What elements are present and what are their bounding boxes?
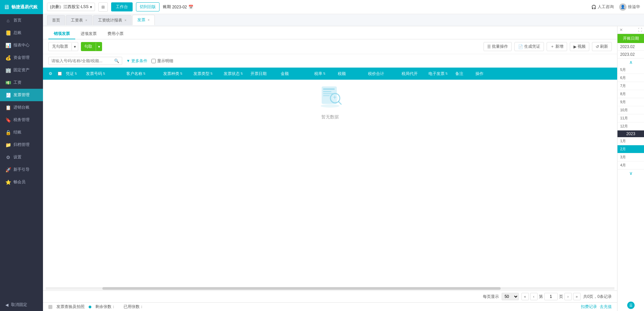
date-item-2023-02-1[interactable]: 2023.02 (617, 43, 644, 51)
th-customer-sort-icon[interactable]: ⇅ (143, 72, 146, 75)
month-item-pre-6[interactable]: 11月 (617, 114, 644, 122)
month-item-post-1[interactable]: 2月 (617, 145, 644, 153)
more-filters-button[interactable]: ▼ 更多条件 (126, 58, 147, 64)
month-item-pre-0[interactable]: 5月 (617, 66, 644, 74)
company-settings-icon[interactable]: ⊞ (98, 2, 108, 12)
user-area[interactable]: 👤 徐溢华 (619, 3, 640, 11)
th-tax-rate-sort-icon[interactable]: ⇅ (323, 72, 326, 75)
no-deduct-dropdown[interactable]: 无勾取票 ▾ (48, 42, 78, 51)
th-note-label: 备注 (455, 71, 463, 77)
month-item-pre-1[interactable]: 6月 (617, 74, 644, 82)
month-item-pre-4[interactable]: 9月 (617, 98, 644, 106)
month-item-pre-5[interactable]: 10月 (617, 106, 644, 114)
date-item-2023-02-2[interactable]: 2023.02 (617, 51, 644, 59)
sidebar-item-home[interactable]: ⌂首页 (0, 14, 43, 27)
th-invoice-cat-sort-icon[interactable]: ⇅ (210, 72, 213, 75)
sidebar-item-wage[interactable]: 💵工资 (0, 76, 43, 89)
th-settings[interactable]: ⚙ (46, 71, 55, 76)
switch-old-button[interactable]: 切到旧版 (136, 2, 159, 11)
batch-ops-button[interactable]: ☰ 批量操作 (484, 42, 512, 51)
close-panel-icon[interactable]: ✕ (619, 28, 623, 32)
tab-close-wage-table[interactable]: × (85, 18, 87, 22)
month-item-post-2[interactable]: 3月 (617, 153, 644, 161)
last-page-btn[interactable]: » (573, 293, 581, 300)
table-scroll-area[interactable]: 暂无数据 (43, 80, 617, 286)
right-panel-icon1[interactable]: ☰ (627, 302, 635, 309)
show-detail-checkbox-area[interactable]: 显示明细 (151, 58, 173, 64)
th-status-sort-icon[interactable]: ⇅ (240, 72, 243, 75)
next-page-btn[interactable]: › (564, 293, 572, 300)
sidebar-item-tax[interactable]: 🔖税务管理 (0, 114, 43, 126)
recharge-link[interactable]: 去充值 (600, 304, 612, 310)
expand-panel-icon[interactable]: ⛶ (638, 28, 642, 32)
page-size-select[interactable]: 10 20 50 100 (502, 293, 519, 300)
search-wrap[interactable]: 🔍 (48, 57, 122, 65)
plus-icon: ＋ (550, 44, 554, 49)
th-invoice-no-sort-icon[interactable]: ⇅ (103, 72, 105, 75)
month-item-post-0[interactable]: 1月 (617, 137, 644, 145)
sidebar-item-assets[interactable]: 🏢固定资产 (0, 64, 43, 76)
sub-tab-purchase[interactable]: 进项发票 (75, 29, 102, 39)
sidebar-footer-unpin[interactable]: ◀ 取消固定 (0, 299, 43, 311)
scrollbar-area[interactable] (43, 286, 617, 290)
support-btn[interactable]: 🎧 人工咨询 (591, 4, 614, 10)
search-input[interactable] (51, 59, 113, 63)
th-customer: 客户名称 ⇅ (125, 71, 162, 77)
month-item-post-3[interactable]: 4月 (617, 161, 644, 169)
th-checkbox[interactable] (55, 72, 64, 76)
sidebar-icon-tax: 🔖 (5, 117, 11, 123)
first-page-btn[interactable]: « (521, 293, 529, 300)
sidebar-item-archive[interactable]: 📁归档管理 (0, 139, 43, 151)
chevron-up-icon[interactable]: ∧ (629, 60, 633, 65)
tab-wage-stats[interactable]: 工资统计报表× (93, 15, 132, 25)
sub-tab-sales[interactable]: 销项发票 (48, 29, 75, 39)
chevron-down-icon[interactable]: ∨ (629, 170, 633, 176)
tab-close-wage-stats[interactable]: × (125, 18, 127, 22)
sidebar-item-settings[interactable]: ⚙设置 (0, 151, 43, 163)
th-invoice-type-sort-icon[interactable]: ⇅ (180, 72, 183, 75)
right-panel-nav-up[interactable]: ∧ (617, 59, 644, 66)
sidebar-item-member[interactable]: ⭐畅会员 (0, 176, 43, 188)
page-input[interactable] (544, 293, 558, 300)
sidebar-item-guide[interactable]: 🚀新手引导 (0, 163, 43, 176)
show-detail-checkbox[interactable] (151, 59, 156, 63)
tab-invoice[interactable]: 发票× (132, 15, 155, 25)
scroll-thumb[interactable] (102, 287, 501, 290)
video-button[interactable]: ▶ 视频 (570, 42, 589, 51)
tab-home[interactable]: 首页 (47, 15, 65, 25)
main-area: (勿删）江西股宝-LSS ▾ ⊞ 工作台 切到旧版 账期 2023-02 📅 🎧… (43, 0, 644, 311)
company-selector[interactable]: (勿删）江西股宝-LSS ▾ (47, 3, 95, 11)
refresh-button[interactable]: ↺ 刷新 (592, 42, 612, 51)
month-item-pre-7[interactable]: 12月 (617, 122, 644, 130)
th-e-invoice-sort-icon[interactable]: ⇅ (445, 72, 448, 75)
sidebar-item-purchase-sale[interactable]: 📋进销台账 (0, 101, 43, 114)
prev-page-btn[interactable]: ‹ (530, 293, 538, 300)
calendar-icon: 📅 (188, 5, 193, 9)
tab-wage-table[interactable]: 工资表× (66, 15, 92, 25)
svg-rect-2 (323, 88, 335, 90)
workspace-button[interactable]: 工作台 (111, 2, 133, 11)
sidebar-item-ledger[interactable]: 📒总账 (0, 27, 43, 39)
deduct-dropdown[interactable]: 勾取 ▾ (81, 42, 102, 51)
sidebar-item-close[interactable]: 🔒结账 (0, 126, 43, 139)
avatar: 👤 (619, 3, 627, 11)
th-cert-sort-icon[interactable]: ⇅ (75, 72, 77, 75)
month-item-pre-3[interactable]: 8月 (617, 90, 644, 98)
no-deduct-chevron: ▾ (72, 43, 78, 50)
sidebar-item-fund[interactable]: 💰资金管理 (0, 51, 43, 64)
month-item-pre-2[interactable]: 7月 (617, 82, 644, 90)
scroll-track[interactable] (46, 287, 614, 290)
right-panel-nav-down[interactable]: ∨ (617, 169, 644, 177)
gen-voucher-button[interactable]: 📄 生成凭证 (514, 42, 544, 51)
deduct-record-link[interactable]: 扣费记录 (581, 304, 597, 310)
tab-close-invoice[interactable]: × (148, 18, 150, 22)
new-button[interactable]: ＋ 新增 (547, 42, 567, 51)
open-period-btn[interactable]: 开账日期 (617, 34, 644, 43)
sidebar-item-invoice-mgmt[interactable]: 🧾发票管理 (0, 89, 43, 101)
toolbar: 无勾取票 ▾ 勾取 ▾ ☰ 批量操作 📄 生成凭证 (43, 39, 617, 54)
sub-tab-expense[interactable]: 费用小票 (102, 29, 129, 39)
select-all-checkbox[interactable] (58, 72, 62, 76)
svg-point-0 (321, 104, 339, 108)
sidebar-item-report[interactable]: 📊报表中心 (0, 39, 43, 51)
empty-illustration (315, 80, 345, 110)
